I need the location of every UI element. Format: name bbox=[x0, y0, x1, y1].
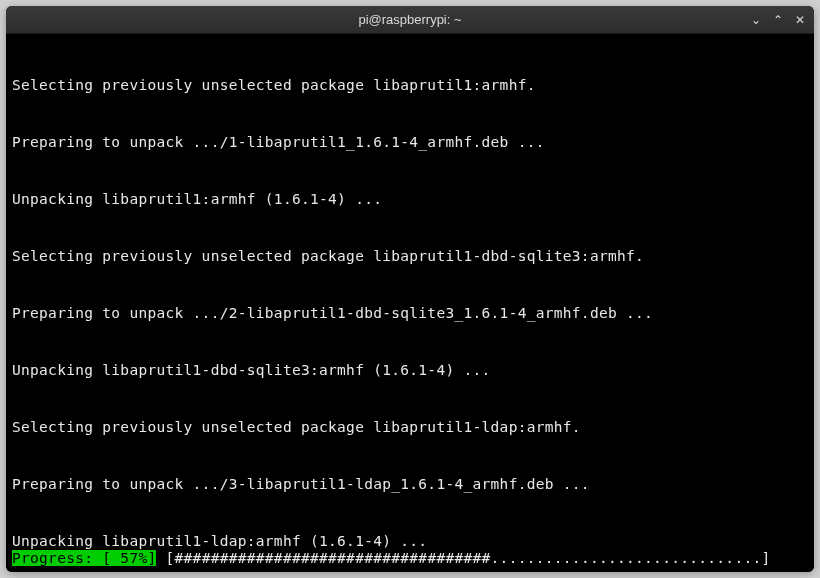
output-line: Selecting previously unselected package … bbox=[12, 76, 808, 95]
close-button[interactable]: ✕ bbox=[790, 10, 810, 30]
output-line: Selecting previously unselected package … bbox=[12, 247, 808, 266]
progress-line: Progress: [ 57%] [######################… bbox=[12, 549, 808, 568]
terminal-output[interactable]: Selecting previously unselected package … bbox=[6, 34, 814, 572]
progress-label: Progress: [ 57%] bbox=[12, 550, 156, 566]
maximize-button[interactable]: ⌃ bbox=[768, 10, 788, 30]
minimize-button[interactable]: ⌄ bbox=[746, 10, 766, 30]
output-line: Preparing to unpack .../2-libaprutil1-db… bbox=[12, 304, 808, 323]
progress-bar: [###################################....… bbox=[156, 550, 779, 566]
window-title: pi@raspberrypi: ~ bbox=[358, 12, 461, 27]
titlebar[interactable]: pi@raspberrypi: ~ ⌄ ⌃ ✕ bbox=[6, 6, 814, 34]
window-controls: ⌄ ⌃ ✕ bbox=[746, 6, 810, 34]
terminal-window: pi@raspberrypi: ~ ⌄ ⌃ ✕ Selecting previo… bbox=[6, 6, 814, 572]
output-line: Unpacking libaprutil1-dbd-sqlite3:armhf … bbox=[12, 361, 808, 380]
output-line: Unpacking libaprutil1:armhf (1.6.1-4) ..… bbox=[12, 190, 808, 209]
output-line: Selecting previously unselected package … bbox=[12, 418, 808, 437]
output-line: Preparing to unpack .../1-libaprutil1_1.… bbox=[12, 133, 808, 152]
output-line: Preparing to unpack .../3-libaprutil1-ld… bbox=[12, 475, 808, 494]
